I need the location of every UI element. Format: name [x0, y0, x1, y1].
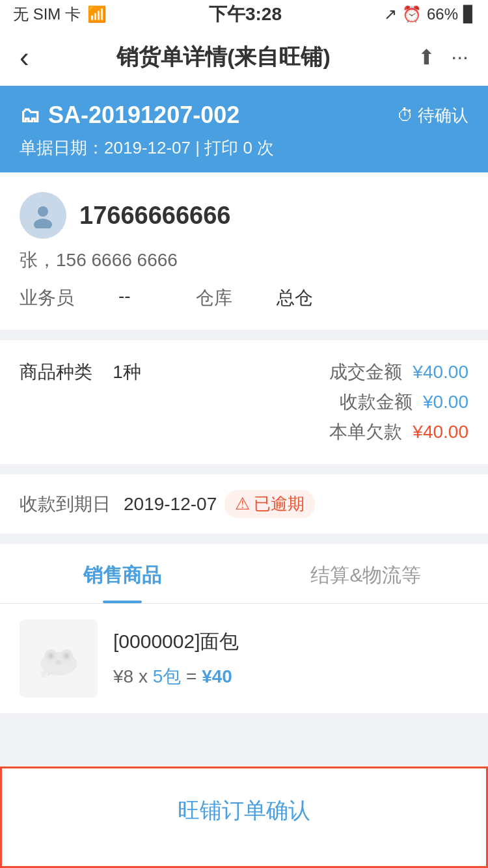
warehouse-value: 总仓 — [277, 286, 313, 310]
order-header-card: 🗂 SA-20191207-002 ⏱ 待确认 单据日期：2019-12-07 … — [0, 86, 488, 172]
product-type-value: 1种 — [113, 362, 141, 382]
due-date-value: 2019-12-07 — [124, 494, 217, 515]
page-title: 销货单详情(来自旺铺) — [116, 42, 331, 72]
tab-settlement[interactable]: 结算&物流等 — [244, 544, 488, 603]
owed-value: ¥40.00 — [413, 422, 468, 442]
product-type-row: 商品种类 1种 — [20, 360, 141, 385]
clock-icon: ⏱ — [397, 105, 414, 126]
tab-sales[interactable]: 销售商品 — [0, 544, 244, 603]
due-date-section: 收款到期日 2019-12-07 ⚠ 已逾期 — [0, 474, 488, 534]
sim-status: 无 SIM 卡 — [13, 4, 81, 25]
product-qty: 5包 — [153, 666, 182, 686]
order-status: ⏱ 待确认 — [397, 104, 468, 127]
overdue-icon: ⚠ — [235, 494, 250, 514]
summary-left: 商品种类 1种 — [20, 360, 141, 385]
product-list: 管+ [0000002]面包 ¥8 x 5包 = ¥40 — [0, 604, 488, 714]
nav-actions: ⬆ ··· — [418, 45, 468, 70]
overdue-badge: ⚠ 已逾期 — [224, 490, 315, 518]
summary-right: 成交金额 ¥40.00 收款金额 ¥0.00 本单欠款 ¥40.00 — [329, 360, 468, 444]
nav-bar: ‹ 销货单详情(来自旺铺) ⬆ ··· — [0, 29, 488, 86]
order-id-icon: 🗂 — [20, 103, 40, 128]
customer-section: 17666666666 张，156 6666 6666 业务员 -- 仓库 总仓 — [0, 172, 488, 330]
sales-value: -- — [118, 286, 131, 310]
status-left: 无 SIM 卡 📶 — [13, 4, 107, 25]
customer-name: 张，156 6666 6666 — [20, 248, 468, 273]
order-date: 单据日期：2019-12-07 | 打印 0 次 — [20, 137, 468, 159]
amount-label: 成交金额 — [329, 360, 402, 385]
wifi-icon: 📶 — [87, 5, 107, 23]
product-price: ¥8 x 5包 = ¥40 — [113, 664, 468, 689]
alarm-icon: ⏰ — [402, 5, 422, 23]
tab-bar: 销售商品 结算&物流等 — [0, 544, 488, 604]
product-name: [0000002]面包 — [113, 629, 468, 655]
tab-section: 销售商品 结算&物流等 管+ — [0, 544, 488, 714]
share-icon[interactable]: ⬆ — [418, 45, 435, 70]
svg-point-8 — [64, 654, 68, 658]
confirm-button-wrap: 旺铺订单确认 — [0, 766, 488, 868]
equals-sign: = — [186, 666, 202, 686]
due-date-label: 收款到期日 — [20, 492, 111, 517]
product-thumbnail: 管+ — [20, 619, 98, 698]
avatar — [20, 192, 66, 239]
price-text: ¥8 x — [113, 666, 153, 686]
product-total: ¥40 — [202, 666, 232, 686]
location-icon: ↗ — [384, 5, 397, 23]
battery-icon: ▊ — [463, 5, 475, 23]
product-info: [0000002]面包 ¥8 x 5包 = ¥40 — [113, 629, 468, 689]
status-bar: 无 SIM 卡 📶 下午3:28 ↗ ⏰ 66% ▊ — [0, 0, 488, 29]
back-button[interactable]: ‹ — [20, 41, 29, 74]
status-right: ↗ ⏰ 66% ▊ — [384, 5, 475, 23]
svg-point-1 — [34, 219, 52, 228]
overdue-text: 已逾期 — [254, 493, 305, 515]
received-value: ¥0.00 — [423, 392, 468, 413]
product-type-label: 商品种类 — [20, 362, 92, 382]
amount-value: ¥40.00 — [413, 362, 468, 383]
customer-phone: 17666666666 — [79, 202, 230, 230]
received-label: 收款金额 — [340, 390, 413, 414]
table-row: 管+ [0000002]面包 ¥8 x 5包 = ¥40 — [0, 604, 488, 714]
amount-row: 成交金额 ¥40.00 — [329, 360, 468, 385]
svg-point-0 — [38, 206, 48, 217]
sales-label: 业务员 — [20, 286, 74, 310]
svg-point-7 — [49, 654, 53, 658]
summary-section: 商品种类 1种 成交金额 ¥40.00 收款金额 ¥0.00 本单欠款 ¥40.… — [0, 340, 488, 464]
order-id: 🗂 SA-20191207-002 — [20, 102, 239, 129]
more-icon[interactable]: ··· — [451, 45, 468, 69]
received-row: 收款金额 ¥0.00 — [340, 390, 468, 414]
owed-row: 本单欠款 ¥40.00 — [329, 420, 468, 444]
warehouse-label: 仓库 — [196, 286, 232, 310]
owed-label: 本单欠款 — [329, 420, 402, 444]
battery-level: 66% — [427, 5, 458, 23]
confirm-order-button[interactable]: 旺铺订单确认 — [21, 781, 467, 840]
customer-meta: 业务员 -- 仓库 总仓 — [20, 286, 468, 310]
svg-text:管+: 管+ — [40, 671, 51, 678]
status-time: 下午3:28 — [209, 2, 282, 27]
